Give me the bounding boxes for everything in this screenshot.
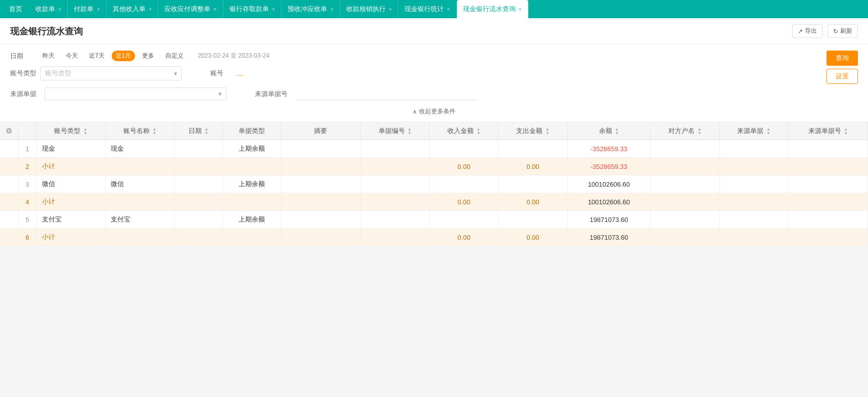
th-account-type[interactable]: 账号类型 ▲▼ xyxy=(36,122,105,140)
td-account-type: 支付宝 xyxy=(36,211,105,229)
td-source-doc xyxy=(719,229,788,246)
td-source-doc-no xyxy=(788,211,867,229)
tab-bank-stats[interactable]: 现金银行统计 × xyxy=(398,0,456,18)
close-other-income-tab[interactable]: × xyxy=(149,6,152,12)
td-expense: 0.00 xyxy=(498,193,567,211)
th-source-doc-no[interactable]: 来源单据号 ▲▼ xyxy=(788,122,867,140)
collapse-bar[interactable]: ∧ 收起更多条件 xyxy=(10,105,858,118)
th-source-doc[interactable]: 来源单据 ▲▼ xyxy=(719,122,788,140)
date-options: 昨天 今天 近7天 近1月 更多 自定义 xyxy=(38,51,188,61)
data-table: ⚙ 账号类型 ▲▼ 账号名称 ▲▼ 日期 ▲▼ 单据类型 xyxy=(0,122,868,246)
tab-adjustment[interactable]: 应收应付调整单 × xyxy=(158,0,223,18)
td-doc-type xyxy=(222,158,281,175)
close-bank-deposit-tab[interactable]: × xyxy=(272,6,275,12)
close-adjustment-tab[interactable]: × xyxy=(213,6,216,12)
td-account-name xyxy=(105,158,174,175)
td-source-doc-no xyxy=(788,158,867,175)
tab-bank-deposit[interactable]: 银行存取款单 × xyxy=(223,0,282,18)
td-doc-type xyxy=(222,193,281,211)
date-opt-1month[interactable]: 近1月 xyxy=(112,51,135,61)
td-num: 2 xyxy=(18,158,36,175)
date-opt-more[interactable]: 更多 xyxy=(138,51,158,61)
gear-icon[interactable]: ⚙ xyxy=(6,126,12,135)
td-balance: 100102606.60 xyxy=(567,175,650,193)
close-bank-flow-tab[interactable]: × xyxy=(519,6,522,12)
tab-prepayment[interactable]: 预收冲应收单 × xyxy=(282,0,340,18)
source-doc-select[interactable]: ▾ xyxy=(44,87,226,100)
sort-account-type-icon: ▲▼ xyxy=(83,127,87,136)
th-summary: 摘要 xyxy=(281,122,360,140)
export-button[interactable]: ↗ 导出 xyxy=(792,24,823,38)
close-collection-tab[interactable]: × xyxy=(389,6,392,12)
td-doc-type: 上期余额 xyxy=(222,175,281,193)
td-counterparty xyxy=(651,140,719,158)
td-income xyxy=(430,175,498,193)
close-payment-tab[interactable]: × xyxy=(97,6,100,12)
tab-bank-flow[interactable]: 现金银行流水查询 × xyxy=(457,0,528,18)
source-doc-label: 来源单据 xyxy=(10,90,36,99)
td-balance: -3528659.33 xyxy=(567,140,650,158)
date-range: 2023-02-24 至 2023-03-24 xyxy=(198,52,269,60)
td-counterparty xyxy=(651,175,719,193)
date-opt-7days[interactable]: 近7天 xyxy=(85,51,109,61)
close-receipt-tab[interactable]: × xyxy=(58,6,61,12)
td-doc-type xyxy=(222,229,281,246)
td-summary xyxy=(281,229,360,246)
export-icon: ↗ xyxy=(798,28,803,35)
td-balance: 19871073.60 xyxy=(567,211,650,229)
tab-receipt[interactable]: 收款单 × xyxy=(29,0,68,18)
td-source-doc xyxy=(719,211,788,229)
td-summary xyxy=(281,158,360,175)
table-row: 4 小计 0.00 0.00 100102606.60 xyxy=(0,193,868,211)
close-prepayment-tab[interactable]: × xyxy=(330,6,333,12)
td-doc-no xyxy=(360,140,429,158)
action-buttons: 查询 设置 xyxy=(827,51,858,84)
tab-collection[interactable]: 收款核销执行 × xyxy=(340,0,398,18)
table-row: 1 现金 现金 上期余额 -3528659.33 xyxy=(0,140,868,158)
source-doc-filter-row: 来源单据 ▾ 来源单据号 xyxy=(10,87,858,100)
td-income: 0.00 xyxy=(430,193,498,211)
td-gear xyxy=(0,229,18,246)
td-summary xyxy=(281,193,360,211)
th-expense[interactable]: 支出金额 ▲▼ xyxy=(498,122,567,140)
source-doc-num-input[interactable] xyxy=(296,88,478,100)
td-doc-type: 上期余额 xyxy=(222,211,281,229)
td-source-doc xyxy=(719,175,788,193)
date-opt-custom[interactable]: 自定义 xyxy=(161,51,188,61)
refresh-button[interactable]: ↻ 刷新 xyxy=(828,24,858,38)
td-num: 1 xyxy=(18,140,36,158)
th-account-name[interactable]: 账号名称 ▲▼ xyxy=(105,122,174,140)
th-income[interactable]: 收入金额 ▲▼ xyxy=(430,122,498,140)
th-counterparty[interactable]: 对方户名 ▲▼ xyxy=(651,122,719,140)
account-label: 账号 xyxy=(210,69,231,78)
tab-other-income[interactable]: 其他收入单 × xyxy=(107,0,158,18)
account-ellipsis-btn[interactable]: ... xyxy=(235,69,245,78)
sort-income-icon: ▲▼ xyxy=(477,127,481,136)
td-date xyxy=(174,158,222,175)
sort-source-doc-icon: ▲▼ xyxy=(766,127,770,136)
th-balance[interactable]: 余额 ▲▼ xyxy=(567,122,650,140)
td-source-doc-no xyxy=(788,140,867,158)
settings-button[interactable]: 设置 xyxy=(827,69,858,84)
td-income xyxy=(430,211,498,229)
close-bank-stats-tab[interactable]: × xyxy=(447,6,450,12)
td-date xyxy=(174,140,222,158)
td-gear xyxy=(0,140,18,158)
td-source-doc-no xyxy=(788,229,867,246)
td-gear xyxy=(0,175,18,193)
td-num: 3 xyxy=(18,175,36,193)
td-summary xyxy=(281,211,360,229)
td-income xyxy=(430,140,498,158)
tab-payment[interactable]: 付款单 × xyxy=(68,0,106,18)
date-opt-yesterday[interactable]: 昨天 xyxy=(38,51,59,61)
page-header: 现金银行流水查询 ↗ 导出 ↻ 刷新 xyxy=(0,18,868,45)
th-doc-no[interactable]: 单据编号 ▲▼ xyxy=(360,122,429,140)
sort-expense-icon: ▲▼ xyxy=(545,127,550,136)
th-date[interactable]: 日期 ▲▼ xyxy=(174,122,222,140)
td-income: 0.00 xyxy=(430,229,498,246)
account-type-select[interactable]: 账号类型 ▾ xyxy=(40,66,182,80)
date-opt-today[interactable]: 今天 xyxy=(62,51,82,61)
nav-home[interactable]: 首页 xyxy=(2,5,29,14)
query-button[interactable]: 查询 xyxy=(827,51,858,66)
table-container: ⚙ 账号类型 ▲▼ 账号名称 ▲▼ 日期 ▲▼ 单据类型 xyxy=(0,122,868,246)
